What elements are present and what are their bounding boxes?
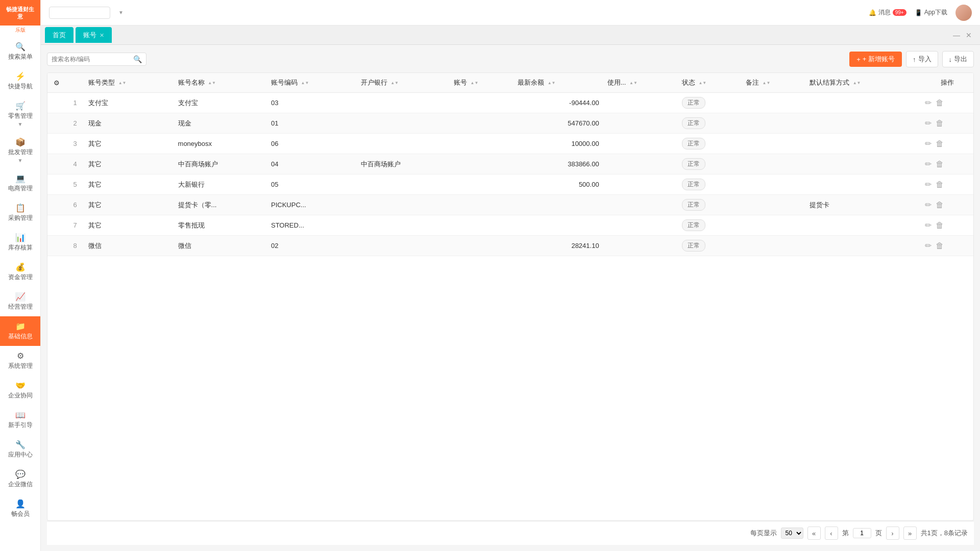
sidebar-item-wholesale[interactable]: 📦 批发管理 ▼ <box>0 132 40 168</box>
edit-button[interactable]: ✏ <box>925 180 932 189</box>
col-default-settlement[interactable]: 默认结算方式 ▲▼ <box>805 73 921 93</box>
sidebar-item-ecommerce[interactable]: 💻 电商管理 <box>0 168 40 198</box>
table-row: 5 其它 大新银行 05 500.00 正常 ✏ 🗑 <box>47 174 973 195</box>
cell-code: 04 <box>267 154 357 174</box>
sidebar-item-shortcuts[interactable]: ⚡ 快捷导航 <box>0 66 40 96</box>
first-page-button[interactable]: « <box>807 527 821 540</box>
delete-button[interactable]: 🗑 <box>936 119 944 128</box>
edit-button[interactable]: ✏ <box>925 98 932 108</box>
sort-account-icon: ▲▼ <box>471 81 479 85</box>
import-button[interactable]: ↑ 导入 <box>906 51 938 67</box>
per-page-label: 每页显示 <box>750 529 777 538</box>
col-status[interactable]: 状态 ▲▼ <box>678 73 742 93</box>
col-usage[interactable]: 使用... ▲▼ <box>603 73 678 93</box>
sort-balance-icon: ▲▼ <box>548 81 556 85</box>
delete-button[interactable]: 🗑 <box>936 241 944 251</box>
col-account[interactable]: 账号 ▲▼ <box>450 73 513 93</box>
col-name[interactable]: 账号名称 ▲▼ <box>174 73 267 93</box>
toolbar-left: 🔍 <box>47 53 146 66</box>
edit-button[interactable]: ✏ <box>925 200 932 210</box>
minimize-button[interactable]: — <box>951 30 962 40</box>
edit-button[interactable]: ✏ <box>925 118 932 128</box>
enterprise-icon: 🤝 <box>15 381 26 390</box>
toolbar-right: + + 新增账号 ↑ 导入 ↓ 导出 <box>849 51 974 67</box>
header-dropdown-arrow[interactable]: ▼ <box>118 10 124 15</box>
app-download-button[interactable]: 📱 App下载 <box>915 8 947 17</box>
cell-account <box>450 113 513 134</box>
wholesale-expand-icon: ▼ <box>18 158 23 163</box>
messages-button[interactable]: 🔔 消息 99+ <box>869 8 906 17</box>
export-button[interactable]: ↓ 导出 <box>942 51 974 67</box>
avatar[interactable] <box>955 5 972 21</box>
search-input[interactable] <box>52 56 133 63</box>
cell-usage <box>603 134 678 154</box>
edit-button[interactable]: ✏ <box>925 159 932 169</box>
top-search-input[interactable] <box>49 7 110 19</box>
sidebar-item-purchase[interactable]: 📋 采购管理 <box>0 198 40 228</box>
cell-settings <box>47 113 66 134</box>
edit-button[interactable]: ✏ <box>925 139 932 148</box>
cell-num: 8 <box>66 236 84 256</box>
cell-name: 中百商场账户 <box>174 154 267 174</box>
status-badge: 正常 <box>682 219 705 231</box>
sidebar-item-basic[interactable]: 📁 基础信息 <box>0 316 40 346</box>
delete-button[interactable]: 🗑 <box>936 139 944 148</box>
col-balance[interactable]: 最新余额 ▲▼ <box>513 73 603 93</box>
sidebar-item-guide[interactable]: 📖 新手引导 <box>0 405 40 435</box>
sidebar-item-retail[interactable]: 🛒 零售管理 ▼ <box>0 96 40 132</box>
table-row: 7 其它 零售抵现 STORED... 正常 ✏ 🗑 <box>47 215 973 236</box>
delete-button[interactable]: 🗑 <box>936 98 944 108</box>
cell-type: 支付宝 <box>84 93 174 113</box>
cell-account <box>450 215 513 236</box>
delete-button[interactable]: 🗑 <box>936 180 944 189</box>
cell-default-settlement <box>805 215 921 236</box>
cell-remark <box>742 93 805 113</box>
col-settings[interactable]: ⚙ <box>47 73 66 93</box>
delete-button[interactable]: 🗑 <box>936 160 944 169</box>
sidebar-item-member[interactable]: 👤 畅会员 <box>0 494 40 523</box>
edit-button[interactable]: ✏ <box>925 241 932 251</box>
col-code[interactable]: 账号编码 ▲▼ <box>267 73 357 93</box>
retail-expand-icon: ▼ <box>18 121 23 127</box>
tab-account-close[interactable]: ✕ <box>100 32 104 39</box>
sidebar-item-enterprise[interactable]: 🤝 企业协同 <box>0 375 40 405</box>
cell-remark <box>742 195 805 215</box>
sidebar-item-system[interactable]: ⚙ 系统管理 <box>0 346 40 375</box>
close-button[interactable]: ✕ <box>964 30 974 40</box>
delete-button[interactable]: 🗑 <box>936 221 944 230</box>
cell-action: ✏ 🗑 <box>921 154 973 174</box>
sidebar-item-search[interactable]: 🔍 搜索菜单 <box>0 37 40 66</box>
edit-button[interactable]: ✏ <box>925 220 932 230</box>
sidebar-item-purchase-label: 采购管理 <box>8 214 33 222</box>
status-badge: 正常 <box>682 179 705 190</box>
sidebar-item-capital[interactable]: 💰 资金管理 <box>0 257 40 287</box>
col-remark[interactable]: 备注 ▲▼ <box>742 73 805 93</box>
page-size-select[interactable]: 50 <box>781 528 803 539</box>
cell-code: STORED... <box>267 215 357 236</box>
page-suffix: 页 <box>875 529 882 538</box>
prev-page-button[interactable]: ‹ <box>825 527 838 540</box>
next-page-button[interactable]: › <box>886 527 899 540</box>
sort-code-icon: ▲▼ <box>301 81 309 85</box>
sidebar-item-operations[interactable]: 📈 经营管理 <box>0 287 40 316</box>
table-row: 8 微信 微信 02 28241.10 正常 ✏ 🗑 <box>47 236 973 256</box>
sidebar-item-wechat[interactable]: 💬 企业微信 <box>0 464 40 494</box>
delete-button[interactable]: 🗑 <box>936 201 944 210</box>
search-icon[interactable]: 🔍 <box>133 55 142 63</box>
page-number-input[interactable] <box>853 528 871 538</box>
tab-account[interactable]: 账号 ✕ <box>76 27 112 43</box>
col-bank[interactable]: 开户银行 ▲▼ <box>357 73 450 93</box>
sidebar-item-member-label: 畅会员 <box>11 510 30 518</box>
last-page-button[interactable]: » <box>903 527 917 540</box>
col-type[interactable]: 账号类型 ▲▼ <box>84 73 174 93</box>
tab-home[interactable]: 首页 <box>45 27 74 43</box>
cell-name: 支付宝 <box>174 93 267 113</box>
cell-usage <box>603 195 678 215</box>
sidebar-item-inventory[interactable]: 📊 库存核算 <box>0 228 40 257</box>
status-badge: 正常 <box>682 199 705 211</box>
cell-remark <box>742 134 805 154</box>
sidebar-item-appcenter[interactable]: 🔧 应用中心 <box>0 435 40 464</box>
messages-label: 消息 <box>878 8 891 17</box>
add-account-button[interactable]: + + 新增账号 <box>849 52 902 67</box>
cell-type: 其它 <box>84 134 174 154</box>
